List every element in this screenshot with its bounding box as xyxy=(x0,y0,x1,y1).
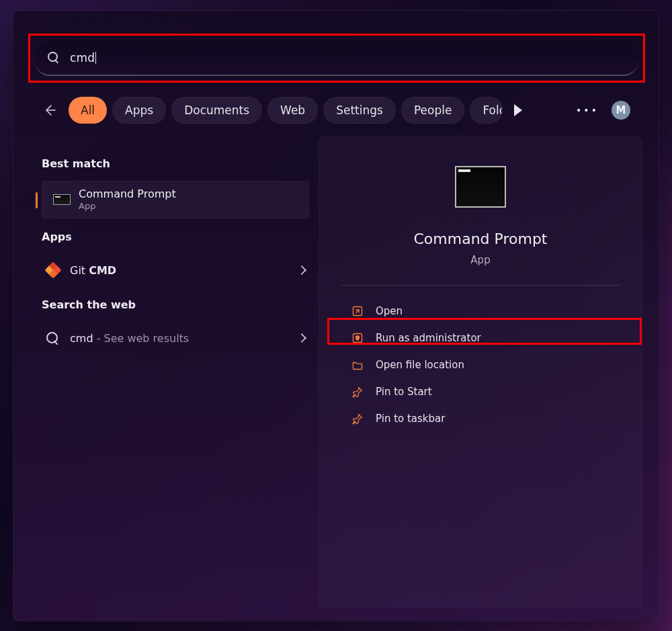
best-match-subtitle: App xyxy=(79,201,176,211)
action-pin-to-taskbar[interactable]: Pin to taskbar xyxy=(326,405,635,432)
tab-label: Folders xyxy=(482,103,503,117)
action-pin-to-start[interactable]: Pin to Start xyxy=(326,378,635,405)
command-prompt-icon xyxy=(455,166,506,208)
tab-apps[interactable]: Apps xyxy=(112,97,166,124)
action-label: Open file location xyxy=(376,359,464,371)
best-match-title: Command Prompt xyxy=(79,188,176,200)
app-result-label: Git CMD xyxy=(70,264,116,277)
search-icon xyxy=(46,331,60,345)
filter-tabs-row: All Apps Documents Web Settings People F… xyxy=(42,97,630,124)
best-match-text: Command Prompt App xyxy=(79,188,176,210)
tab-label: Apps xyxy=(125,103,153,117)
action-open-file-location[interactable]: Open file location xyxy=(326,351,635,378)
chevron-right-icon xyxy=(297,265,306,275)
user-avatar[interactable]: M xyxy=(612,101,630,120)
command-prompt-icon xyxy=(53,194,71,205)
preview-title: Command Prompt xyxy=(414,230,548,247)
search-input[interactable]: cmd xyxy=(35,40,638,76)
tab-web[interactable]: Web xyxy=(267,97,318,124)
open-icon xyxy=(351,305,364,317)
section-apps: Apps xyxy=(42,230,309,243)
pin-icon xyxy=(351,413,364,425)
search-icon xyxy=(47,51,60,65)
tab-label: Documents xyxy=(184,103,249,117)
search-value: cmd xyxy=(70,51,95,65)
tab-settings[interactable]: Settings xyxy=(323,97,396,124)
best-match-item[interactable]: Command Prompt App xyxy=(42,181,309,218)
preview-pane: Command Prompt App Open Run as administr… xyxy=(319,136,642,608)
tab-people[interactable]: People xyxy=(401,97,464,124)
git-icon xyxy=(46,263,60,278)
back-button[interactable] xyxy=(42,102,58,118)
app-result-git-cmd[interactable]: Git CMD xyxy=(42,254,309,286)
action-label: Open xyxy=(376,305,403,317)
text-cursor xyxy=(95,52,96,64)
tab-label: People xyxy=(414,103,452,117)
web-result-label: cmd - See web results xyxy=(70,332,189,345)
tabs-scroll-right[interactable] xyxy=(509,101,528,120)
web-result-cmd[interactable]: cmd - See web results xyxy=(42,322,309,354)
chevron-right-icon xyxy=(297,333,306,343)
tab-label: Settings xyxy=(336,103,383,117)
search-bar-highlight: cmd xyxy=(28,34,645,83)
start-search-panel: cmd All Apps Documents Web Settings Peop… xyxy=(13,10,659,622)
pin-icon xyxy=(351,386,364,398)
action-label: Pin to Start xyxy=(376,386,432,398)
tab-all[interactable]: All xyxy=(69,97,107,124)
action-label: Pin to taskbar xyxy=(376,413,445,425)
tab-documents[interactable]: Documents xyxy=(171,97,262,124)
selection-indicator xyxy=(36,192,38,208)
more-options-button[interactable]: ••• xyxy=(578,101,597,120)
action-label: Run as administrator xyxy=(376,332,481,344)
section-web: Search the web xyxy=(42,298,309,311)
divider xyxy=(340,285,621,286)
tab-label: Web xyxy=(280,103,305,117)
user-initial: M xyxy=(616,104,626,116)
folder-icon xyxy=(351,359,364,371)
shield-icon xyxy=(351,332,364,344)
tab-folders[interactable]: Folders xyxy=(470,97,503,124)
preview-actions: Open Run as administrator Open file loca… xyxy=(326,298,635,432)
action-open[interactable]: Open xyxy=(326,298,635,325)
section-best-match: Best match xyxy=(42,157,309,170)
preview-subtitle: App xyxy=(470,254,490,266)
results-left-column: Best match Command Prompt App Apps Git C… xyxy=(42,145,309,354)
action-run-as-admin[interactable]: Run as administrator xyxy=(326,325,635,351)
tab-label: All xyxy=(81,103,95,117)
